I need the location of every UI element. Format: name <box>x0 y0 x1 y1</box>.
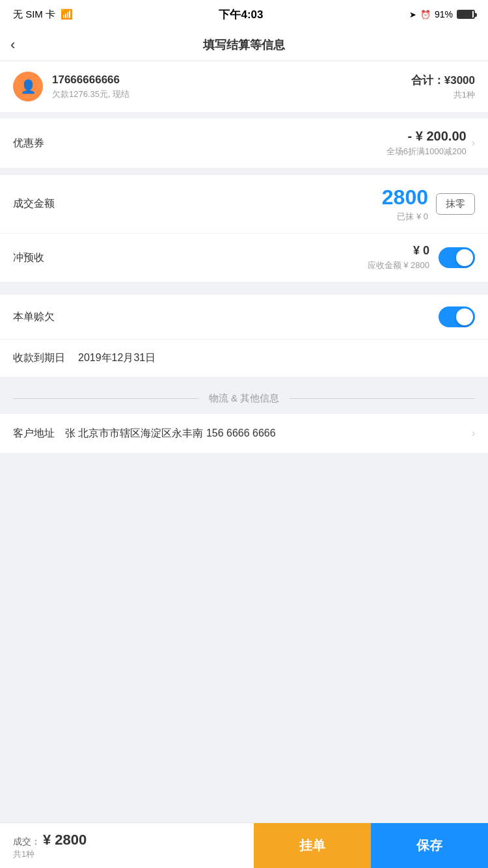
battery-fill <box>458 11 472 18</box>
bottom-summary: 成交： ¥ 2800 共1种 <box>0 823 254 868</box>
coupon-desc: 全场6折满1000减200 <box>386 146 467 157</box>
divider-2 <box>0 282 488 288</box>
debt-toggle[interactable] <box>439 306 475 327</box>
battery-bar <box>457 10 475 19</box>
status-bar: 无 SIM 卡 📶 下午4:03 ➤ ⏰ 91% <box>0 0 488 29</box>
divider-1 <box>0 169 488 175</box>
prepay-right: ¥ 0 应收金额 ¥ 2800 <box>368 244 475 271</box>
address-label: 客户地址 <box>13 427 55 441</box>
prepay-toggle[interactable] <box>439 247 475 268</box>
coupon-label: 优惠券 <box>13 137 44 150</box>
logistics-line-right <box>290 398 475 399</box>
page-title: 填写结算等信息 <box>203 37 285 53</box>
coupon-right: - ¥ 200.00 全场6折满1000减200 <box>386 129 467 157</box>
battery-percent: 91% <box>435 9 453 20</box>
hang-button[interactable]: 挂单 <box>254 823 371 868</box>
prepay-amount: ¥ 0 <box>368 244 429 258</box>
total-count: 共1种 <box>411 89 475 101</box>
toggle-circle <box>456 249 473 266</box>
nav-bar: ‹ 填写结算等信息 <box>0 29 488 61</box>
back-button[interactable]: ‹ <box>10 36 15 53</box>
total-amount: 合计：¥3000 <box>411 73 475 88</box>
customer-subtext: 欠款1276.35元, 现结 <box>52 88 129 100</box>
round-button[interactable]: 抹零 <box>436 193 475 215</box>
customer-phone: 17666666666 <box>52 74 129 87</box>
debt-row: 本单赊欠 <box>0 295 488 339</box>
bottom-bar: 成交： ¥ 2800 共1种 挂单 保存 <box>0 822 488 868</box>
deal-amount-wrap: 2800 已抹 ¥ 0 <box>382 185 428 223</box>
address-row[interactable]: 客户地址 张 北京市市辖区海淀区永丰南 156 6666 6666 › <box>0 414 488 453</box>
address-value: 张 北京市市辖区海淀区永丰南 156 6666 6666 <box>65 426 461 441</box>
customer-right: 合计：¥3000 共1种 <box>411 73 475 101</box>
deal-amount-label: 成交金额 <box>13 197 55 211</box>
deal-amount-right: 2800 已抹 ¥ 0 抹零 <box>382 185 475 223</box>
deal-amount-row: 成交金额 2800 已抹 ¥ 0 抹零 <box>0 175 488 234</box>
coupon-amount: - ¥ 200.00 <box>386 129 467 144</box>
bottom-deal-label: 成交： <box>13 836 40 848</box>
coupon-chevron-icon: › <box>472 137 475 149</box>
due-date-value: 2019年12月31日 <box>78 351 156 365</box>
bottom-count: 共1种 <box>13 848 241 860</box>
status-right: ➤ ⏰ 91% <box>409 9 475 20</box>
location-icon: ➤ <box>409 10 416 20</box>
extra-space <box>0 453 488 557</box>
coupon-row[interactable]: 优惠券 - ¥ 200.00 全场6折满1000减200 › <box>0 118 488 169</box>
status-time: 下午4:03 <box>219 7 263 22</box>
customer-left: 👤 17666666666 欠款1276.35元, 现结 <box>13 72 129 102</box>
avatar: 👤 <box>13 72 43 102</box>
prepay-row: 冲预收 ¥ 0 应收金额 ¥ 2800 <box>0 234 488 282</box>
debt-toggle-circle <box>456 308 473 325</box>
prepay-receivable: 应收金额 ¥ 2800 <box>368 260 429 271</box>
prepay-label: 冲预收 <box>13 251 44 265</box>
save-button[interactable]: 保存 <box>371 823 488 868</box>
address-chevron-icon: › <box>472 427 475 439</box>
due-date-row: 收款到期日 2019年12月31日 <box>0 339 488 377</box>
bottom-deal-amount: ¥ 2800 <box>43 832 87 848</box>
no-sim-text: 无 SIM 卡 <box>13 8 55 21</box>
status-left: 无 SIM 卡 📶 <box>13 8 73 21</box>
debt-label: 本单赊欠 <box>13 310 55 324</box>
customer-card: 👤 17666666666 欠款1276.35元, 现结 合计：¥3000 共1… <box>0 61 488 112</box>
prepay-amounts: ¥ 0 应收金额 ¥ 2800 <box>368 244 429 271</box>
logistics-header: 物流 & 其他信息 <box>0 383 488 414</box>
logistics-text: 物流 & 其他信息 <box>209 392 279 405</box>
avatar-icon: 👤 <box>20 79 36 94</box>
logistics-line-left <box>13 398 198 399</box>
bottom-deal-row: 成交： ¥ 2800 <box>13 832 241 848</box>
deal-zero-text: 已抹 ¥ 0 <box>382 211 428 223</box>
alarm-icon: ⏰ <box>420 10 431 20</box>
wifi-icon: 📶 <box>61 8 73 20</box>
due-date-label: 收款到期日 <box>13 351 65 365</box>
main-content: 👤 17666666666 欠款1276.35元, 现结 合计：¥3000 共1… <box>0 61 488 609</box>
deal-amount-value: 2800 <box>382 185 428 210</box>
customer-info: 17666666666 欠款1276.35元, 现结 <box>52 74 129 100</box>
